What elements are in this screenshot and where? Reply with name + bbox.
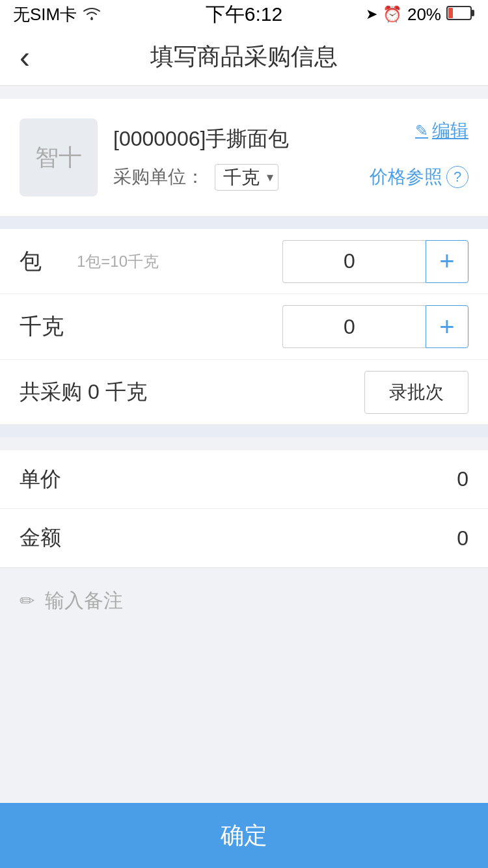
wifi-icon bbox=[82, 5, 102, 25]
edit-link[interactable]: ✎ 编辑 bbox=[415, 118, 468, 143]
kg-plus-button[interactable]: + bbox=[426, 305, 468, 348]
status-time: 下午6:12 bbox=[206, 3, 282, 25]
unit-select-wrapper[interactable]: 千克 ▾ bbox=[215, 164, 278, 191]
back-button[interactable]: ‹ bbox=[20, 42, 30, 73]
price-ref-link[interactable]: 价格参照 ? bbox=[370, 165, 468, 189]
status-bar: 无SIM卡 下午6:12 ➤ ⏰ 20% bbox=[0, 0, 488, 29]
remark-pencil-icon: ✏ bbox=[20, 590, 34, 612]
kg-input-row: 千克 + bbox=[0, 294, 488, 359]
svg-rect-2 bbox=[471, 10, 474, 16]
separator-1 bbox=[0, 216, 488, 229]
unit-label: 采购单位： bbox=[113, 165, 204, 189]
separator-2 bbox=[0, 424, 488, 437]
kg-label: 千克 bbox=[20, 312, 72, 342]
summary-row: 共采购 0 千克 录批次 bbox=[0, 359, 488, 424]
bao-input[interactable] bbox=[282, 240, 426, 283]
price-section: 单价 0 金额 0 bbox=[0, 450, 488, 567]
product-card: 智十 [0000006]手撕面包 采购单位： 千克 ▾ 价格参照 ? ✎ bbox=[0, 99, 488, 216]
product-image: 智十 bbox=[20, 118, 98, 197]
page-title: 填写商品采购信息 bbox=[150, 41, 338, 73]
battery-text: 20% bbox=[407, 5, 441, 25]
svg-rect-3 bbox=[448, 8, 453, 18]
product-unit-row: 采购单位： 千克 ▾ 价格参照 ? bbox=[113, 164, 468, 191]
quantity-section: 包 1包=10千克 + 千克 + bbox=[0, 229, 488, 359]
remark-section[interactable]: ✏ 输入备注 bbox=[0, 567, 488, 634]
summary-text: 共采购 0 千克 bbox=[20, 378, 147, 407]
unit-price-value: 0 bbox=[457, 467, 468, 491]
kg-input-wrapper: + bbox=[282, 305, 468, 348]
bao-input-wrapper: + bbox=[282, 240, 468, 283]
amount-value: 0 bbox=[457, 526, 468, 550]
confirm-button[interactable]: 确定 bbox=[0, 803, 488, 868]
nav-bar: ‹ 填写商品采购信息 bbox=[0, 29, 488, 86]
bao-input-row: 包 1包=10千克 + bbox=[0, 229, 488, 294]
bao-plus-button[interactable]: + bbox=[426, 240, 468, 283]
unit-select[interactable]: 千克 bbox=[215, 164, 278, 191]
edit-pencil-icon: ✎ bbox=[415, 122, 428, 140]
remark-placeholder: 输入备注 bbox=[45, 588, 123, 614]
kg-input[interactable] bbox=[282, 305, 426, 348]
battery-icon bbox=[446, 5, 475, 25]
amount-label: 金额 bbox=[20, 524, 61, 552]
product-logo: 智十 bbox=[35, 142, 82, 174]
alarm-icon: ⏰ bbox=[383, 5, 402, 23]
location-icon: ➤ bbox=[366, 6, 377, 23]
bao-sublabel: 1包=10千克 bbox=[77, 251, 159, 272]
status-left: 无SIM卡 bbox=[13, 3, 102, 26]
status-right: ➤ ⏰ 20% bbox=[366, 5, 475, 25]
record-batch-button[interactable]: 录批次 bbox=[364, 371, 468, 414]
amount-row: 金额 0 bbox=[0, 509, 488, 567]
bottom-space bbox=[0, 634, 488, 803]
question-icon: ? bbox=[446, 166, 468, 188]
unit-price-row: 单价 0 bbox=[0, 450, 488, 509]
svg-point-0 bbox=[90, 18, 93, 20]
unit-price-label: 单价 bbox=[20, 465, 61, 494]
bao-label: 包 bbox=[20, 247, 72, 277]
carrier-text: 无SIM卡 bbox=[13, 3, 77, 26]
